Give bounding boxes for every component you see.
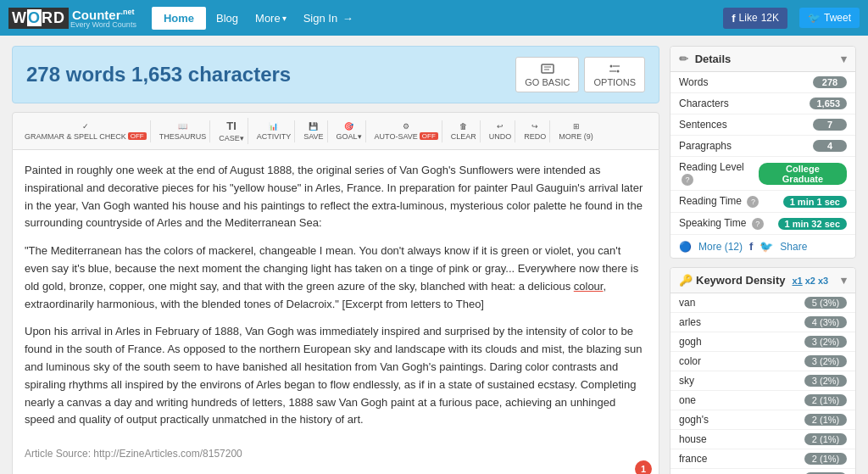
kd-row-one: one 2 (1%)	[670, 391, 855, 410]
kd-row-house: house 2 (1%)	[670, 430, 855, 449]
spell-error-colour: colour	[574, 280, 604, 293]
kd-x3[interactable]: x3	[818, 276, 828, 286]
save-button[interactable]: 💾 SAVE	[300, 120, 327, 142]
kd-value-house: 2 (1%)	[804, 433, 847, 445]
clear-button[interactable]: 🗑 CLEAR	[448, 120, 481, 142]
kd-value-color: 3 (2%)	[804, 355, 847, 367]
like-count: 12K	[761, 12, 779, 24]
kd-chevron-icon[interactable]: ▾	[841, 274, 847, 287]
keyword-density-header: 🔑 Keyword Density x1 x2 x3 ▾	[670, 268, 855, 293]
goal-icon: 🎯	[344, 122, 353, 131]
twitter-icon: 🐦	[808, 12, 821, 24]
detail-row-reading-level: Reading Level ? College Graduate	[670, 157, 855, 191]
chevron-down-icon: ▾	[282, 14, 287, 23]
go-basic-button[interactable]: GO BASIC	[515, 57, 579, 92]
detail-value-speaking-time: 1 min 32 sec	[778, 218, 847, 230]
signin-icon: →	[342, 12, 353, 25]
facebook-like-button[interactable]: f Like 12K	[723, 8, 787, 29]
nav-blog[interactable]: Blog	[208, 7, 247, 30]
main-content: 278 words 1,653 characters GO BASIC OPTI…	[0, 36, 868, 474]
more-button[interactable]: ⊞ MORE (9)	[555, 120, 597, 142]
kd-x1[interactable]: x1	[792, 276, 802, 286]
facebook-share-icon[interactable]: f	[749, 240, 753, 253]
reading-time-info-icon[interactable]: ?	[747, 196, 759, 208]
save-icon: 💾	[309, 122, 318, 131]
auto-save-badge: OFF	[420, 132, 438, 140]
kd-word-goghs: gogh's	[679, 414, 709, 426]
detail-row-characters: Characters 1,653	[670, 93, 855, 114]
svg-point-5	[617, 70, 620, 73]
kd-x2[interactable]: x2	[805, 276, 815, 286]
grammar-spell-check-button[interactable]: ✓ GRAMMAR & SPELL CHECK OFF	[21, 120, 151, 142]
keyword-density-section: 🔑 Keyword Density x1 x2 x3 ▾ van 5 (3%) …	[670, 267, 856, 474]
case-button[interactable]: TI CASE ▾	[215, 118, 248, 144]
details-more-link[interactable]: More (12)	[698, 241, 743, 253]
logo: WORD Counter.net Every Word Counts	[8, 8, 136, 29]
main-nav: Home Blog More ▾ Sign In →	[152, 7, 362, 30]
kd-value-sky: 3 (2%)	[804, 375, 847, 387]
like-label: Like	[739, 12, 758, 24]
word-count-buttons: GO BASIC OPTIONS	[515, 57, 645, 92]
details-section: ✏ Details ▾ Words 278 Characters 1,653 S…	[670, 46, 856, 259]
right-sidebar: ✏ Details ▾ Words 278 Characters 1,653 S…	[670, 46, 856, 474]
activity-icon: 📊	[269, 122, 278, 131]
nav-home[interactable]: Home	[152, 7, 206, 30]
kd-word-one: one	[679, 394, 696, 406]
details-more-share: 🔵 More (12) f 🐦 Share	[670, 234, 855, 258]
kd-value-van: 5 (3%)	[804, 297, 847, 309]
nav-signin[interactable]: Sign In →	[295, 7, 362, 30]
detail-label-reading-level: Reading Level	[679, 161, 744, 173]
grid-icon: ⊞	[573, 122, 580, 131]
thesaurus-button[interactable]: 📖 THESAURUS	[156, 120, 211, 142]
kd-multipliers: x1 x2 x3	[792, 276, 828, 286]
redo-button[interactable]: ↪ REDO	[520, 120, 550, 142]
detail-label-sentences: Sentences	[679, 119, 727, 131]
kd-row-france: france 2 (1%)	[670, 449, 855, 469]
auto-save-button[interactable]: ⚙ AUTO-SAVE OFF	[371, 120, 442, 142]
detail-row-paragraphs: Paragraphs 4	[670, 136, 855, 157]
options-button[interactable]: OPTIONS	[584, 57, 645, 92]
left-column: 278 words 1,653 characters GO BASIC OPTI…	[12, 46, 659, 474]
detail-value-sentences: 7	[813, 119, 847, 131]
twitter-tweet-button[interactable]: 🐦 Tweet	[799, 8, 860, 28]
detail-label-paragraphs: Paragraphs	[679, 140, 732, 152]
activity-button[interactable]: 📊 ACTIVITY	[253, 120, 296, 142]
detail-label-speaking-time: Speaking Time	[679, 217, 746, 229]
kd-row-arles: arles 4 (3%)	[670, 313, 855, 332]
pencil-icon: ✏	[679, 53, 692, 65]
header: WORD Counter.net Every Word Counts Home …	[0, 0, 868, 36]
checkmark-icon: ✓	[82, 122, 89, 131]
goal-button[interactable]: 🎯 GOAL ▾	[333, 120, 366, 142]
key-icon: 🔑	[679, 274, 693, 287]
details-rows: Words 278 Characters 1,653 Sentences 7 P…	[670, 72, 855, 234]
text-editor[interactable]: Painted in roughly one week at the end o…	[12, 150, 659, 474]
clear-icon: 🗑	[459, 122, 467, 131]
details-share-link[interactable]: Share	[780, 241, 807, 253]
details-chevron-icon[interactable]: ▾	[841, 53, 847, 65]
speaking-time-info-icon[interactable]: ?	[752, 218, 764, 230]
tweet-label: Tweet	[824, 12, 851, 24]
detail-label-characters: Characters	[679, 98, 729, 109]
details-toggle-icon: 🔵	[679, 241, 692, 253]
detail-value-reading-time: 1 min 1 sec	[783, 196, 847, 208]
undo-button[interactable]: ↩ UNDO	[486, 120, 516, 142]
detail-label-words: Words	[679, 76, 708, 88]
detail-value-paragraphs: 4	[813, 140, 847, 152]
kd-word-arles: arles	[679, 316, 701, 328]
detail-row-reading-time: Reading Time ? 1 min 1 sec	[670, 191, 855, 213]
details-header: ✏ Details ▾	[670, 47, 855, 72]
detail-value-characters: 1,653	[810, 98, 847, 109]
nav-more[interactable]: More ▾	[247, 7, 295, 30]
kd-word-france: france	[679, 453, 707, 465]
svg-rect-0	[542, 64, 554, 73]
options-icon	[608, 62, 621, 75]
kd-value-arles: 4 (3%)	[804, 316, 847, 328]
goal-chevron: ▾	[358, 132, 362, 141]
kd-value-france: 2 (1%)	[804, 453, 847, 465]
case-icon: TI	[226, 120, 236, 132]
auto-save-icon: ⚙	[403, 122, 409, 131]
twitter-share-icon[interactable]: 🐦	[760, 240, 773, 253]
detail-value-reading-level: College Graduate	[759, 163, 847, 185]
reading-level-info-icon[interactable]: ?	[682, 174, 693, 186]
go-basic-icon	[541, 62, 554, 75]
